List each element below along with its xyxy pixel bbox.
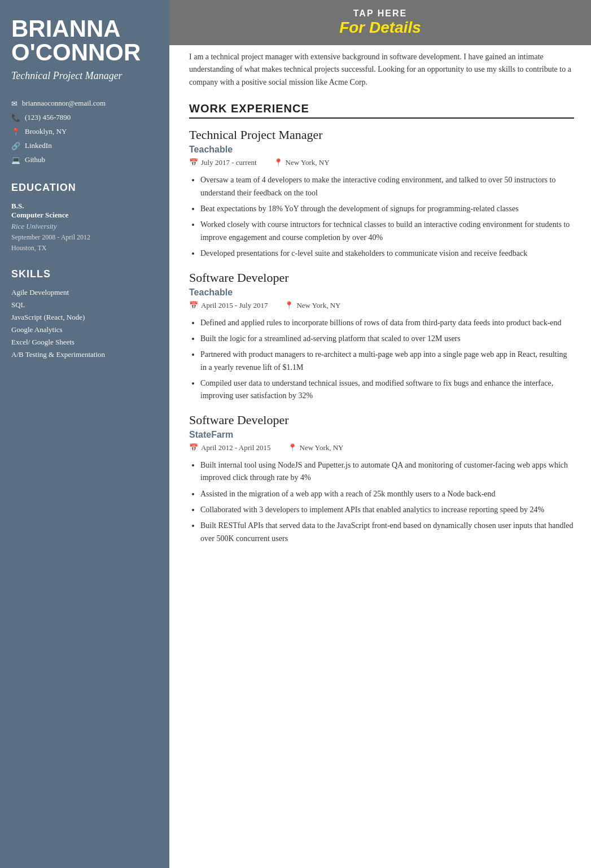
calendar-icon: 📅 [189,301,198,310]
skill-item: JavaScript (React, Node) [11,313,158,322]
linkedin-icon: 🔗 [11,142,20,151]
job-bullets-2: Defined and applied rules to incorporate… [189,317,574,403]
phone-value: (123) 456-7890 [25,113,71,122]
skill-item: Google Analytics [11,325,158,334]
pin-icon: 📍 [274,158,283,167]
github-item[interactable]: 💻 Github [11,155,158,165]
bullet-item: Built RESTful APIs that served data to t… [200,520,574,545]
github-value: Github [25,155,45,164]
location-item: 📍 Brooklyn, NY [11,127,158,137]
job-location-2: 📍 New York, NY [284,301,340,310]
skill-item: A/B Testing & Experimentation [11,350,158,359]
linkedin-value: LinkedIn [25,141,52,150]
skill-item: Excel/ Google Sheets [11,338,158,347]
job-meta-2: 📅 April 2015 - July 2017 📍 New York, NY [189,301,574,310]
education-degree: B.S. Computer Science [11,202,158,220]
skills-list: Agile Development SQL JavaScript (React,… [11,288,158,359]
bullet-item: Collaborated with 3 developers to implem… [200,504,574,516]
job-title-3: Software Developer [189,413,574,428]
email-icon: ✉ [11,99,17,108]
github-icon: 💻 [11,156,20,165]
tap-here-label: TAP HERE [353,8,407,19]
email-item: ✉ briannaoconnor@email.com [11,99,158,108]
education-dates: September 2008 - April 2012 [11,233,158,242]
job-bullets-1: Oversaw a team of 4 developers to make t… [189,174,574,260]
resume-container: TAP HERE For Details BRIANNA O'CONNOR Te… [0,0,591,868]
candidate-name: BRIANNA O'CONNOR [11,17,158,64]
linkedin-item[interactable]: 🔗 LinkedIn [11,141,158,151]
pin-icon: 📍 [284,301,294,310]
bullet-item: Developed presentations for c-level suit… [200,247,574,260]
bullet-item: Defined and applied rules to incorporate… [200,317,574,329]
bullet-item: Partnered with product managers to re-ar… [200,348,574,374]
pin-icon: 📍 [288,443,297,452]
bullet-item: Beat expectations by 18% YoY through the… [200,203,574,215]
bullet-item: Oversaw a team of 4 developers to make t… [200,174,574,199]
job-entry-1: Technical Project Manager Teachable 📅 Ju… [189,128,574,260]
contact-section: ✉ briannaoconnor@email.com 📞 (123) 456-7… [11,99,158,165]
phone-icon: 📞 [11,114,20,123]
job-company-1: Teachable [189,145,574,155]
email-value: briannaoconnor@email.com [22,99,106,108]
bullet-item: Worked closely with course intructors fo… [200,219,574,244]
education-location: Houston, TX [11,244,158,252]
job-dates-1: 📅 July 2017 - current [189,158,257,167]
tap-overlay[interactable]: TAP HERE For Details [169,0,591,45]
skill-item: SQL [11,300,158,309]
location-icon: 📍 [11,128,20,137]
job-entry-2: Software Developer Teachable 📅 April 201… [189,271,574,403]
job-bullets-3: Built internal tool using NodeJS and Pup… [189,459,574,545]
job-meta-3: 📅 April 2012 - April 2015 📍 New York, NY [189,443,574,452]
education-section-title: EDUCATION [11,182,158,194]
job-location-3: 📍 New York, NY [288,443,344,452]
job-entry-3: Software Developer StateFarm 📅 April 201… [189,413,574,545]
job-company-2: Teachable [189,287,574,298]
job-dates-2: 📅 April 2015 - July 2017 [189,301,268,310]
bullet-item: Built internal tool using NodeJS and Pup… [200,459,574,485]
bullet-item: Built the logic for a streamlined ad-ser… [200,333,574,345]
skills-section-title: SKILLS [11,268,158,280]
bullet-item: Assisted in the migration of a web app w… [200,488,574,500]
education-school: Rice University [11,222,158,231]
bullet-item: Compiled user data to understand technic… [200,377,574,403]
for-details-label: For Details [339,19,421,37]
job-location-1: 📍 New York, NY [274,158,330,167]
location-value: Brooklyn, NY [25,127,67,136]
calendar-icon: 📅 [189,158,198,167]
job-meta-1: 📅 July 2017 - current 📍 New York, NY [189,158,574,167]
job-title-2: Software Developer [189,271,574,285]
main-content: I am a technical project manager with ex… [169,0,591,868]
job-title-1: Technical Project Manager [189,128,574,142]
sidebar: BRIANNA O'CONNOR Technical Project Manag… [0,0,169,868]
candidate-title: Technical Project Manager [11,69,158,83]
work-experience-title: WORK EXPERIENCE [189,102,574,119]
skill-item: Agile Development [11,288,158,297]
phone-item: 📞 (123) 456-7890 [11,113,158,123]
job-company-3: StateFarm [189,430,574,440]
summary-text: I am a technical project manager with ex… [189,51,574,89]
calendar-icon: 📅 [189,443,198,452]
job-dates-3: 📅 April 2012 - April 2015 [189,443,271,452]
